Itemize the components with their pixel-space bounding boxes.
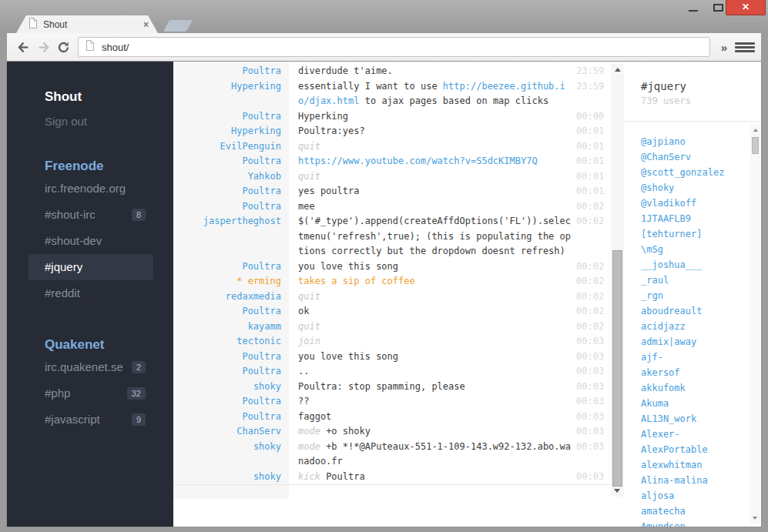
browser-menu-icon[interactable] — [735, 39, 755, 55]
chat-scrollbar-thumb[interactable] — [612, 250, 622, 487]
new-tab-button[interactable] — [163, 20, 193, 32]
user-list-item[interactable]: admix|away — [641, 334, 761, 350]
sidebar-channel[interactable]: irc.freenode.org — [29, 176, 153, 202]
scroll-up-arrow-icon[interactable] — [753, 129, 758, 132]
message-nick[interactable]: shoky — [173, 470, 289, 485]
user-list-item[interactable]: akersof — [641, 365, 761, 380]
channel-list: irc.quakenet.se 2 #php 32 #javascript 9 — [7, 354, 173, 433]
user-list-item[interactable]: @vladikoff — [641, 196, 761, 211]
chat-message: Poultra https://www.youtube.com/watch?v=… — [173, 154, 611, 169]
left-sidebar: Shout Sign out Freenode irc.freenode.org… — [7, 62, 173, 527]
message-nick[interactable]: Poultra — [173, 154, 289, 169]
user-list-item[interactable]: _raul — [641, 273, 761, 288]
user-list-item[interactable]: aboudreault — [641, 303, 761, 319]
sidebar-channel[interactable]: #php 32 — [29, 380, 153, 407]
message-nick[interactable]: Poultra — [173, 394, 289, 410]
message-nick[interactable]: tectonic — [173, 334, 289, 350]
message-nick[interactable]: jaspertheghost — [173, 214, 289, 259]
forward-button[interactable] — [33, 37, 53, 57]
user-list-item[interactable]: acidjazz — [641, 319, 761, 334]
user-list-item[interactable]: AL13N_work — [641, 411, 761, 427]
sidebar-channel[interactable]: #reddit — [29, 280, 153, 306]
user-list-item[interactable]: amatecha — [641, 504, 761, 519]
message-nick[interactable]: redaxmedia — [173, 289, 289, 305]
sidebar-channel[interactable]: #shout-dev — [29, 228, 153, 254]
chat-message: Poultra yes poultra 00:01 — [173, 184, 611, 199]
message-nick[interactable]: Poultra — [173, 410, 289, 425]
browser-tab[interactable]: Shout × — [16, 15, 158, 33]
back-button[interactable] — [13, 37, 33, 57]
message-timestamp: 00:01 — [575, 154, 611, 169]
reload-button[interactable] — [53, 37, 73, 57]
url-bar[interactable]: shout/ — [78, 37, 710, 57]
message-nick[interactable]: Yahkob — [173, 169, 289, 185]
user-list-item[interactable]: alexwhitman — [641, 457, 761, 473]
chat-scrollbar[interactable] — [611, 64, 624, 497]
message-segment: $('#_type').append(createAffdOptions('FL… — [298, 216, 571, 256]
scroll-down-arrow-icon[interactable] — [753, 517, 757, 520]
message-segment: Poultra: stop spamming, please — [298, 381, 465, 392]
sidebar-channel[interactable]: #shout-irc 8 — [29, 202, 153, 228]
message-nick[interactable]: Poultra — [173, 259, 289, 275]
chat-message: ChanServ mode +o shoky 00:03 — [173, 424, 611, 440]
window-titlebar: Shout × ✕ — [0, 0, 768, 33]
window-minimize-button[interactable] — [682, 0, 705, 15]
sidebar-channel[interactable]: #jquery — [29, 254, 153, 280]
user-list-item[interactable]: @scott_gonzalez — [641, 165, 761, 180]
message-link[interactable]: https://www.youtube.com/watch?v=S5dcKIMB… — [298, 156, 538, 166]
channel-label: irc.freenode.org — [45, 182, 126, 195]
message-nick[interactable]: * erming — [173, 274, 289, 289]
message-nick[interactable]: Poultra — [173, 199, 289, 215]
message-nick[interactable]: shoky — [173, 440, 289, 470]
app-title: Shout — [45, 89, 173, 105]
sidebar-channel[interactable]: irc.quakenet.se 2 — [29, 354, 153, 380]
message-nick[interactable]: ChanServ — [173, 424, 289, 440]
extensions-overflow-button[interactable]: » — [716, 41, 732, 54]
user-list-item[interactable]: @ajpiano — [641, 134, 761, 149]
message-nick[interactable]: Poultra — [173, 109, 289, 125]
network-name[interactable]: Freenode — [45, 159, 173, 174]
message-nick[interactable]: kayamm — [173, 320, 289, 335]
user-list-item[interactable]: Akuma — [641, 396, 761, 411]
message-nick[interactable]: Poultra — [173, 304, 289, 320]
message-nick[interactable]: Poultra — [173, 364, 289, 380]
user-list-scrollbar[interactable] — [750, 125, 760, 524]
message-timestamp: 00:03 — [575, 394, 611, 410]
message-nick[interactable]: Poultra — [173, 184, 289, 199]
message-nick[interactable]: Poultra — [173, 350, 289, 365]
message-text: https://www.youtube.com/watch?v=S5dcKIMB… — [289, 154, 575, 169]
user-list-item[interactable]: @shoky — [641, 180, 761, 196]
sidebar-channel[interactable]: #javascript 9 — [29, 407, 153, 433]
network-name[interactable]: Quakenet — [45, 337, 173, 353]
user-list-item[interactable]: Alexer- — [641, 427, 761, 442]
tab-close-icon[interactable]: × — [142, 19, 150, 30]
channel-label: #javascript — [45, 413, 100, 426]
user-list-item[interactable]: akkufomk — [641, 380, 761, 396]
message-segment: to ajax pages based on map clicks — [359, 95, 548, 106]
user-list-item[interactable]: ajf- — [641, 350, 761, 365]
user-list-item[interactable]: __joshua___ — [641, 257, 761, 273]
user-list-scrollbar-thumb[interactable] — [752, 137, 759, 154]
message-nick[interactable]: Hyperking — [173, 124, 289, 139]
user-list-item[interactable]: \mSg — [641, 242, 761, 257]
user-list-item[interactable]: Amundsen — [641, 519, 761, 527]
message-text: essentially I want to use http://beezee.… — [289, 79, 575, 109]
user-list-item[interactable]: [tehturner] — [641, 226, 761, 242]
user-list-item[interactable]: AlexPortable — [641, 442, 761, 457]
message-nick[interactable]: EvilPenguin — [173, 139, 289, 155]
message-text: $('#_type').append(createAffdOptions('FL… — [289, 214, 575, 259]
message-nick[interactable]: shoky — [173, 380, 289, 395]
user-list-item[interactable]: Alina-malina — [641, 473, 761, 488]
user-list-item[interactable]: 1JTAAFLB9 — [641, 211, 761, 226]
message-nick[interactable]: Poultra — [173, 64, 289, 79]
scroll-down-arrow-icon[interactable] — [614, 489, 620, 493]
window-close-button[interactable]: ✕ — [726, 0, 766, 15]
message-nick[interactable]: Hyperking — [173, 79, 289, 109]
tab-title: Shout — [43, 19, 142, 30]
scroll-up-arrow-icon[interactable] — [615, 68, 621, 72]
chat-message: shoky mode +b *!*@APuteaux-551-1-109-143… — [173, 440, 611, 470]
user-list-item[interactable]: _rgn — [641, 288, 761, 303]
user-list-item[interactable]: @ChanServ — [641, 149, 761, 165]
sign-out-link[interactable]: Sign out — [45, 115, 173, 128]
user-list-item[interactable]: aljosa — [641, 488, 761, 504]
